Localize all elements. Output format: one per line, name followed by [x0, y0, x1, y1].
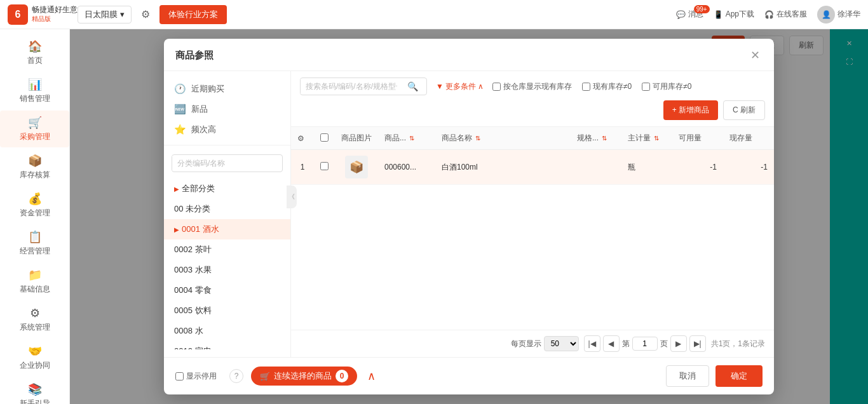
sidebar-item-purchase[interactable]: 🛒 采购管理: [0, 111, 69, 147]
sidebar-label-purchase: 采购管理: [20, 131, 50, 142]
inventory-icon: 📦: [28, 154, 42, 168]
page-number-input[interactable]: [632, 337, 658, 351]
table-header-row: ⚙ 商品图片: [291, 127, 774, 150]
continuous-select-cart[interactable]: 🛒 连续选择的商品 0: [251, 367, 357, 386]
collapse-left-btn[interactable]: 《: [287, 185, 297, 208]
user-avatar: 👤: [817, 6, 835, 24]
modal-right-panel: 🔍 ▼ 更多条件 ∧ 按仓库显示现有库存: [291, 71, 774, 357]
sidebar-item-finance[interactable]: 💰 资金管理: [0, 187, 69, 224]
category-search-btn[interactable]: 🔍: [278, 155, 283, 172]
footer-collapse-btn[interactable]: ∧: [367, 369, 376, 383]
product-search-btn[interactable]: 🔍: [402, 78, 423, 95]
sidebar-label-system: 系统管理: [20, 322, 50, 333]
sidebar-label-inventory: 库存核算: [20, 170, 50, 180]
th-code[interactable]: 商品... ⇅: [378, 127, 435, 150]
system-icon: ⚙: [30, 306, 40, 320]
first-page-btn[interactable]: |◀: [584, 335, 600, 352]
next-page-btn[interactable]: ▶: [670, 335, 687, 352]
cat-item-drinks[interactable]: 0005 饮料: [164, 300, 290, 321]
cat-item-liquor[interactable]: ▶ 0001 酒水: [164, 219, 290, 239]
filter-more-btn[interactable]: ▼ 更多条件 ∧: [432, 80, 487, 93]
sidebar-item-sales[interactable]: 📊 销售管理: [0, 72, 69, 109]
confirm-btn[interactable]: 确定: [715, 365, 763, 387]
th-unit[interactable]: 主计量 ⇅: [621, 127, 672, 150]
sidebar-item-collab[interactable]: 🤝 企业协同: [0, 339, 69, 376]
product-table-wrap: ⚙ 商品图片: [291, 127, 774, 330]
sidebar-label-collab: 企业协同: [20, 360, 50, 371]
home-icon: 🏠: [28, 39, 42, 53]
top-nav: 6 畅捷通好生意 精品版 日太阳膜 ▾ ⚙ 体验行业方案 💬 消息 99+ 📱 …: [0, 0, 868, 29]
product-reference-modal: 商品参照 ✕ 🕐 近期购买 🆕: [164, 39, 774, 394]
recent-icon: 🕐: [174, 83, 186, 95]
product-search-input[interactable]: [301, 79, 402, 94]
left-tabs: 🕐 近期购买 🆕 新品 ⭐ 频次高: [164, 79, 290, 145]
sidebar-item-home[interactable]: 🏠 首页: [0, 34, 69, 71]
sidebar-item-operations[interactable]: 📋 经营管理: [0, 225, 69, 262]
row-checkbox[interactable]: [320, 162, 329, 170]
cat-item-uncategorized[interactable]: 00 未分类: [164, 199, 290, 219]
logo-text: 畅捷通好生意: [32, 5, 78, 15]
checkbox-avail-neq0[interactable]: 可用库存≠0: [642, 81, 691, 92]
nav-selector[interactable]: 日太阳膜 ▾: [78, 6, 132, 24]
modal-body: 🕐 近期购买 🆕 新品 ⭐ 频次高: [164, 71, 774, 357]
page-nav: |◀ ◀ 第 页 ▶ ▶|: [584, 335, 706, 352]
sidebar-item-inventory[interactable]: 📦 库存核算: [0, 149, 69, 185]
tab-frequent[interactable]: ⭐ 频次高: [164, 119, 290, 140]
sidebar-label-guide: 新手引导: [20, 398, 50, 404]
sidebar-label-home: 首页: [27, 55, 43, 66]
trial-btn[interactable]: 体验行业方案: [159, 5, 227, 24]
sidebar-label-finance: 资金管理: [20, 208, 50, 219]
per-page-select[interactable]: 50 100 200: [544, 336, 579, 351]
cat-item-snacks[interactable]: 0004 零食: [164, 280, 290, 300]
modal-left-panel: 🕐 近期购买 🆕 新品 ⭐ 频次高: [164, 71, 291, 357]
cancel-btn[interactable]: 取消: [666, 365, 709, 387]
guide-icon: 📚: [28, 382, 42, 396]
tab-new[interactable]: 🆕 新品: [164, 99, 290, 119]
app-layout: 🏠 首页 📊 销售管理 🛒 采购管理 📦 库存核算 💰 资金管理 📋 经营管理 …: [0, 29, 868, 404]
cell-code: 000600...: [378, 150, 435, 185]
page-info: 共1页，1条记录: [711, 339, 765, 349]
checkbox-group: 按仓库显示现有库存 现有库存≠0 可用库存≠0: [492, 81, 692, 92]
nav-user[interactable]: 👤 徐泽华: [817, 6, 860, 24]
modal-close-btn[interactable]: ✕: [747, 48, 763, 63]
nav-app-download[interactable]: 📱 App下载: [714, 9, 754, 20]
cat-item-fruit[interactable]: 0003 水果: [164, 260, 290, 280]
sidebar-label-base: 基础信息: [20, 284, 50, 295]
nav-messages[interactable]: 💬 消息 99+: [676, 9, 703, 20]
category-search: 🔍: [172, 154, 283, 172]
th-check: [314, 127, 335, 150]
category-search-input[interactable]: [172, 156, 278, 171]
logo-sub: 精品版: [32, 15, 78, 24]
last-page-btn[interactable]: ▶|: [689, 335, 706, 352]
modal-footer: 显示停用 ? 🛒 连续选择的商品 0 ∧ 取消 确定: [164, 357, 774, 394]
prev-page-btn[interactable]: ◀: [603, 335, 620, 352]
pagination-bar: 每页显示 50 100 200 |◀ ◀ 第: [291, 330, 774, 357]
sidebar-item-system[interactable]: ⚙ 系统管理: [0, 301, 69, 338]
refresh-btn[interactable]: C 刷新: [723, 100, 765, 120]
logo-area: 6 畅捷通好生意 精品版: [8, 4, 78, 25]
sidebar-item-base[interactable]: 📁 基础信息: [0, 263, 69, 300]
add-product-btn[interactable]: + 新增商品: [663, 100, 718, 120]
th-spec[interactable]: 规格... ⇅: [571, 127, 621, 150]
nav-right: 💬 消息 99+ 📱 App下载 🎧 在线客服 👤 徐泽华: [676, 6, 860, 24]
show-disabled-checkbox[interactable]: 显示停用: [175, 371, 217, 382]
modal-header: 商品参照 ✕: [164, 39, 774, 71]
help-btn[interactable]: ?: [229, 369, 243, 383]
cell-no: 1: [291, 150, 314, 185]
cat-item-appliances[interactable]: 0010 家电: [164, 341, 290, 349]
select-all-checkbox[interactable]: [320, 133, 329, 142]
th-name[interactable]: 商品名称 ⇅: [435, 127, 571, 150]
main-content: ✕ ⛶ 查询 设置 刷新 商品参照 ✕: [70, 29, 868, 404]
cat-item-all[interactable]: ▶ 全部分类: [164, 178, 290, 199]
sidebar-item-guide[interactable]: 📚 新手引导: [0, 377, 69, 404]
nav-service[interactable]: 🎧 在线客服: [764, 9, 807, 20]
tab-recent[interactable]: 🕐 近期购买: [164, 79, 290, 99]
checkbox-show-stock[interactable]: 按仓库显示现有库存: [492, 81, 572, 92]
nav-gear-icon[interactable]: ⚙: [137, 6, 154, 24]
table-row[interactable]: 1 📦 000600... 白酒100ml: [291, 150, 774, 185]
cat-item-tea[interactable]: 0002 茶叶: [164, 239, 290, 260]
cat-item-water[interactable]: 0008 水: [164, 321, 290, 341]
category-list: ▶ 全部分类 00 未分类 ▶ 0001 酒水 0002 茶: [164, 176, 290, 349]
footer-actions: 取消 确定: [666, 365, 763, 387]
checkbox-stock-neq0[interactable]: 现有库存≠0: [582, 81, 632, 92]
